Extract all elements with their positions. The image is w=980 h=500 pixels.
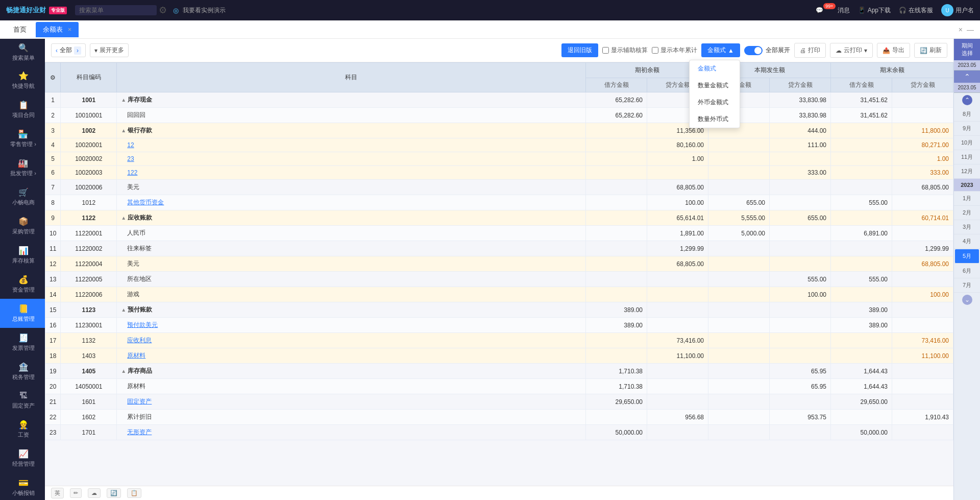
- sidebar-item-retail[interactable]: 🏪 零售管理 ›: [0, 124, 45, 153]
- row-name[interactable]: 12: [117, 138, 586, 152]
- row-name[interactable]: 其他货币资金: [117, 195, 586, 210]
- period-expand-up[interactable]: ⌃: [962, 95, 972, 105]
- row-name[interactable]: ▲ 库存现金: [117, 92, 586, 108]
- row-name[interactable]: ▲ 库存商品: [117, 364, 586, 379]
- toggle-switch[interactable]: [744, 46, 763, 55]
- row-name[interactable]: 122: [117, 166, 586, 180]
- period-10[interactable]: 10月: [954, 136, 980, 150]
- sidebar-item-inventory[interactable]: 📊 库存核算: [0, 241, 45, 270]
- sidebar-item-invoice[interactable]: 🧾 发票管理: [0, 328, 45, 357]
- period-6[interactable]: 6月: [954, 264, 980, 278]
- row-ob-credit: [647, 394, 708, 410]
- sidebar-item-project[interactable]: 📋 项目合同: [0, 95, 45, 124]
- sidebar-item-operation[interactable]: 📈 经营管理: [0, 444, 45, 473]
- dropdown-item-fx-amount[interactable]: 外币金额式: [690, 94, 740, 111]
- sidebar-item-purchase[interactable]: 📦 采购管理: [0, 211, 45, 241]
- row-eb-debit: [831, 287, 892, 302]
- amount-mode-btn[interactable]: 金额式 ▲: [701, 43, 740, 57]
- row-name[interactable]: ▲ 预付账款: [117, 302, 586, 318]
- cloud-print-btn[interactable]: ☁ 云打印 ▾: [830, 43, 873, 58]
- status-cloud-btn[interactable]: ☁: [88, 488, 101, 498]
- row-name[interactable]: 预付款美元: [117, 318, 586, 333]
- next-btn[interactable]: ›: [74, 46, 81, 55]
- row-cur-credit: 65.95: [770, 379, 831, 394]
- dropdown-item-qty-amount[interactable]: 数量金额式: [690, 77, 740, 94]
- row-name[interactable]: 应收利息: [117, 333, 586, 348]
- period-4[interactable]: 4月: [954, 234, 980, 249]
- ytd-checkbox[interactable]: [652, 47, 658, 54]
- sidebar-item-capital[interactable]: 💰 资金管理: [0, 270, 45, 299]
- dropdown-item-qty-fx[interactable]: 数量外币式: [690, 111, 740, 128]
- period-5[interactable]: 5月: [955, 249, 979, 264]
- period-expand-down[interactable]: ⌄: [962, 295, 972, 305]
- row-ob-debit: [586, 123, 647, 138]
- period-7[interactable]: 7月: [954, 278, 980, 293]
- dropdown-item-amount[interactable]: 金额式: [690, 60, 740, 77]
- sidebar-item-payroll[interactable]: 👷 工资: [0, 415, 45, 444]
- table-row: 11001▲ 库存现金65,282.6033,830.9831,451.62: [45, 92, 953, 108]
- subject-search-box[interactable]: ‹ 全部 ›: [51, 43, 86, 57]
- row-cur-debit: [708, 333, 770, 348]
- demo-link[interactable]: 我要看实例演示: [183, 6, 226, 15]
- sidebar-item-tax[interactable]: 🏦 税务管理: [0, 357, 45, 386]
- period-collapse-btn[interactable]: ⌃: [954, 70, 980, 83]
- project-icon: 📋: [5, 100, 42, 110]
- online-service-btn[interactable]: 🎧 在线客服: [899, 6, 933, 15]
- sidebar-item-ledger[interactable]: 📒 总账管理: [0, 299, 45, 328]
- sidebar-item-wholesale[interactable]: 🏭 批发管理 ›: [0, 153, 45, 182]
- show-ytd-check[interactable]: 显示本年累计: [652, 46, 697, 55]
- row-cur-credit: [770, 180, 831, 195]
- sidebar-item-fixed-asset[interactable]: 🏗 固定资产: [0, 386, 45, 415]
- auxiliary-checkbox[interactable]: [602, 47, 609, 54]
- app-download-btn[interactable]: 📱 App下载: [858, 6, 891, 15]
- period-12[interactable]: 12月: [954, 164, 980, 179]
- user-avatar-btn[interactable]: U 用户名: [941, 4, 974, 16]
- expand-all-toggle[interactable]: 全部展开: [744, 46, 790, 55]
- show-auxiliary-check[interactable]: 显示辅助核算: [602, 46, 648, 55]
- sidebar-item-ecommerce[interactable]: 🛒 小畅电商: [0, 182, 45, 211]
- tab-close-btn[interactable]: ×: [68, 26, 72, 33]
- status-clip-btn[interactable]: 📋: [127, 488, 141, 498]
- period-year-start: 2023.05: [954, 83, 980, 93]
- settings-col-header[interactable]: ⚙: [45, 63, 61, 92]
- close-window-btn[interactable]: ×: [959, 26, 963, 34]
- tab-balance[interactable]: 余额表 ×: [36, 22, 79, 37]
- prev-btn[interactable]: ‹: [56, 47, 58, 54]
- row-cur-credit: 444.00: [770, 123, 831, 138]
- row-name[interactable]: ▲ 银行存款: [117, 123, 586, 138]
- content-area: ‹ 全部 › ▾ 展开更多 退回旧版 显示辅助核算 显示本年累计: [45, 39, 980, 500]
- period-3[interactable]: 3月: [954, 220, 980, 234]
- row-name[interactable]: 固定资产: [117, 394, 586, 410]
- notification-btn[interactable]: 💬 99+ 消息: [816, 6, 849, 15]
- period-2[interactable]: 2月: [954, 206, 980, 220]
- status-sync-btn[interactable]: 🔄: [107, 488, 121, 498]
- row-name[interactable]: 23: [117, 152, 586, 166]
- status-lang-btn[interactable]: 英: [51, 488, 64, 498]
- service-label: 在线客服: [909, 6, 933, 15]
- return-old-btn[interactable]: 退回旧版: [561, 43, 598, 57]
- period-8[interactable]: 8月: [954, 107, 980, 122]
- period-11[interactable]: 11月: [954, 150, 980, 164]
- sidebar-item-search[interactable]: 🔍 搜索菜单: [0, 39, 45, 66]
- row-cur-credit: [770, 425, 831, 440]
- expand-more-btn[interactable]: ▾ 展开更多: [90, 43, 129, 57]
- status-edit-btn[interactable]: ✏: [70, 488, 82, 498]
- minimize-btn[interactable]: —: [967, 26, 974, 34]
- settings-icon[interactable]: ⚙: [159, 5, 167, 16]
- row-eb-credit: [892, 272, 953, 287]
- print-btn[interactable]: 🖨 打印: [794, 43, 826, 58]
- row-eb-credit: 11,100.00: [892, 348, 953, 364]
- invoice-icon: 🧾: [5, 333, 42, 343]
- period-9[interactable]: 9月: [954, 122, 980, 136]
- refresh-btn[interactable]: 🔄 刷新: [914, 43, 947, 58]
- row-name[interactable]: 无形资产: [117, 425, 586, 440]
- row-name[interactable]: ▲ 应收账款: [117, 210, 586, 226]
- export-btn[interactable]: 📤 导出: [877, 43, 910, 58]
- row-name[interactable]: 原材料: [117, 348, 586, 364]
- row-ob-credit: [647, 302, 708, 318]
- tab-home[interactable]: 首页: [6, 22, 34, 37]
- period-1[interactable]: 1月: [954, 192, 980, 206]
- top-search-input[interactable]: [75, 5, 157, 15]
- sidebar-item-nav[interactable]: ⭐ 快捷导航: [0, 66, 45, 95]
- sidebar-item-sales[interactable]: 💳 小畅报销: [0, 473, 45, 500]
